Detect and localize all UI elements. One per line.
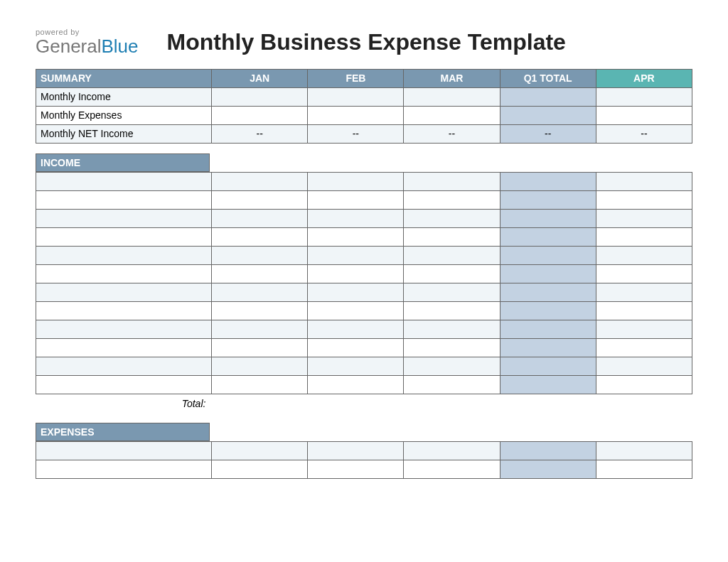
data-cell[interactable]	[212, 320, 308, 338]
data-cell[interactable]	[308, 283, 404, 301]
data-cell[interactable]	[596, 190, 692, 209]
data-cell[interactable]	[212, 172, 308, 190]
row-label-cell[interactable]	[36, 357, 212, 375]
data-cell[interactable]	[404, 190, 500, 209]
data-cell[interactable]	[212, 264, 308, 283]
data-cell[interactable]	[212, 283, 308, 301]
summary-q1-cell	[500, 106, 596, 124]
data-cell[interactable]	[404, 227, 500, 246]
row-label-cell[interactable]	[36, 246, 212, 264]
summary-cell[interactable]	[212, 106, 308, 124]
summary-q1-cell	[500, 87, 596, 106]
summary-label: Monthly Expenses	[36, 106, 212, 124]
table-row	[36, 227, 692, 246]
data-cell[interactable]	[596, 227, 692, 246]
data-cell[interactable]	[212, 209, 308, 227]
table-row	[36, 190, 692, 209]
q1-cell	[500, 190, 596, 209]
data-cell[interactable]	[212, 441, 308, 460]
data-cell[interactable]	[212, 227, 308, 246]
row-label-cell[interactable]	[36, 338, 212, 357]
data-cell[interactable]	[308, 441, 404, 460]
data-cell[interactable]	[308, 357, 404, 375]
row-label-cell[interactable]	[36, 441, 212, 460]
data-cell[interactable]	[212, 338, 308, 357]
data-cell[interactable]	[212, 357, 308, 375]
data-cell[interactable]	[596, 283, 692, 301]
data-cell[interactable]	[404, 264, 500, 283]
data-cell[interactable]	[404, 172, 500, 190]
summary-cell[interactable]	[308, 106, 404, 124]
data-cell[interactable]	[212, 460, 308, 478]
data-cell[interactable]	[308, 172, 404, 190]
data-cell[interactable]	[596, 357, 692, 375]
data-cell[interactable]	[404, 320, 500, 338]
row-label-cell[interactable]	[36, 460, 212, 478]
row-label-cell[interactable]	[36, 209, 212, 227]
data-cell[interactable]	[308, 190, 404, 209]
row-label-cell[interactable]	[36, 320, 212, 338]
income-table	[36, 172, 692, 394]
summary-cell[interactable]	[596, 87, 692, 106]
summary-cell[interactable]	[404, 106, 500, 124]
data-cell[interactable]	[212, 246, 308, 264]
col-apr: APR	[596, 69, 692, 87]
data-cell[interactable]	[596, 460, 692, 478]
data-cell[interactable]	[404, 246, 500, 264]
data-cell[interactable]	[404, 338, 500, 357]
row-label-cell[interactable]	[36, 283, 212, 301]
row-label-cell[interactable]	[36, 264, 212, 283]
data-cell[interactable]	[596, 172, 692, 190]
data-cell[interactable]	[404, 209, 500, 227]
data-cell[interactable]	[308, 301, 404, 320]
data-cell[interactable]	[596, 338, 692, 357]
data-cell[interactable]	[404, 375, 500, 394]
data-cell[interactable]	[404, 357, 500, 375]
income-total-row: Total:	[36, 394, 692, 413]
summary-cell: --	[404, 124, 500, 143]
data-cell[interactable]	[212, 190, 308, 209]
data-cell[interactable]	[596, 264, 692, 283]
data-cell[interactable]	[596, 246, 692, 264]
data-cell[interactable]	[404, 460, 500, 478]
page-title: Monthly Business Expense Template	[167, 29, 566, 55]
data-cell[interactable]	[308, 320, 404, 338]
summary-cell[interactable]	[308, 87, 404, 106]
data-cell[interactable]	[308, 375, 404, 394]
table-row	[36, 246, 692, 264]
data-cell[interactable]	[596, 301, 692, 320]
row-label-cell[interactable]	[36, 227, 212, 246]
data-cell[interactable]	[308, 264, 404, 283]
data-cell[interactable]	[308, 460, 404, 478]
data-cell[interactable]	[596, 209, 692, 227]
row-label-cell[interactable]	[36, 172, 212, 190]
data-cell[interactable]	[404, 283, 500, 301]
summary-cell[interactable]	[404, 87, 500, 106]
table-row	[36, 172, 692, 190]
row-label-cell[interactable]	[36, 375, 212, 394]
data-cell[interactable]	[596, 375, 692, 394]
col-mar: MAR	[404, 69, 500, 87]
data-cell[interactable]	[404, 441, 500, 460]
summary-cell[interactable]	[212, 87, 308, 106]
data-cell[interactable]	[212, 375, 308, 394]
table-row	[36, 338, 692, 357]
data-cell[interactable]	[596, 441, 692, 460]
table-row	[36, 264, 692, 283]
table-row	[36, 375, 692, 394]
data-cell[interactable]	[596, 320, 692, 338]
data-cell[interactable]	[212, 301, 308, 320]
income-section-title: INCOME	[36, 153, 210, 172]
data-cell[interactable]	[308, 209, 404, 227]
summary-label: Monthly NET Income	[36, 124, 212, 143]
summary-cell[interactable]	[596, 106, 692, 124]
data-cell[interactable]	[308, 227, 404, 246]
row-label-cell[interactable]	[36, 190, 212, 209]
table-row	[36, 441, 692, 460]
q1-cell	[500, 460, 596, 478]
row-label-cell[interactable]	[36, 301, 212, 320]
data-cell[interactable]	[308, 338, 404, 357]
summary-label: Monthly Income	[36, 87, 212, 106]
data-cell[interactable]	[404, 301, 500, 320]
data-cell[interactable]	[308, 246, 404, 264]
